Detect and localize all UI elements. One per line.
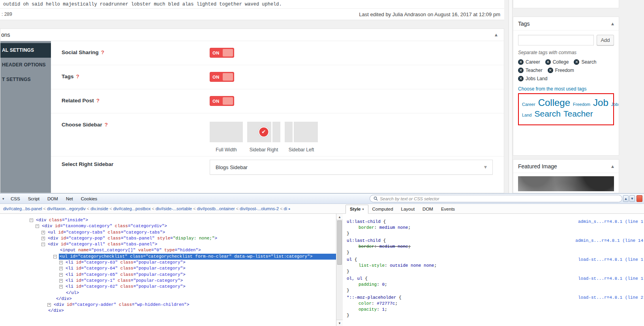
breadcrumb-item[interactable]: div#categ...postbox xyxy=(113,206,151,211)
settings-nav-item-active[interactable]: AL SETTINGS xyxy=(0,43,51,58)
side-panel-tab-events[interactable]: Events xyxy=(437,205,459,213)
collapse-node-icon[interactable]: − xyxy=(53,255,57,258)
toggle-switch[interactable]: ON xyxy=(210,72,234,82)
firebug-search-box[interactable] xyxy=(370,195,622,202)
expand-node-icon[interactable]: + xyxy=(59,279,63,283)
dom-node-markup[interactable]: <li id="category-64" class="popular-cate… xyxy=(65,266,186,271)
breadcrumb-item[interactable]: div#side-...sortable xyxy=(156,206,192,211)
breadcrumb-item[interactable]: div#postb...ontainer xyxy=(197,206,235,211)
css-declaration[interactable]: border: medium none; xyxy=(347,225,643,231)
css-declaration[interactable]: padding: 0; xyxy=(347,282,643,288)
settings-nav-item[interactable]: T SETTINGS xyxy=(0,72,51,87)
css-source-link[interactable]: admin_s...r=4.8.1 (line 14 xyxy=(571,238,643,244)
css-source-link[interactable]: admin_s...r=4.8.1 (line 1 xyxy=(574,219,643,225)
scroll-up-button[interactable]: ▲ xyxy=(336,214,343,220)
css-source-link[interactable]: load-st...r=4.8.1 (line 1 xyxy=(574,257,643,263)
css-declaration[interactable]: list-style: outside none none; xyxy=(347,263,643,269)
collapse-panel-icon[interactable]: ▲ xyxy=(495,33,498,37)
dom-node-markup[interactable]: <ul id="category-tabs" class="category-t… xyxy=(47,230,166,236)
css-declaration[interactable]: border: medium none; xyxy=(347,244,643,250)
expand-node-icon[interactable]: + xyxy=(59,285,63,288)
dom-tree-node-selected[interactable]: −<ul id="categorychecklist" class="categ… xyxy=(0,254,336,260)
tag-cloud-item[interactable]: Search xyxy=(534,109,561,118)
collapse-featured-icon[interactable]: ▲ xyxy=(611,164,614,168)
dom-tree-node[interactable]: −<div class="inside"> xyxy=(0,217,336,223)
side-panel-tab-style[interactable]: Style▾ xyxy=(345,205,368,214)
help-icon[interactable]: ? xyxy=(101,49,104,55)
breadcrumb-item[interactable]: div#post-...olumns-2 xyxy=(240,206,279,211)
remove-tag-icon[interactable]: × xyxy=(574,59,579,65)
remove-tag-icon[interactable]: × xyxy=(518,76,524,81)
dom-node-markup[interactable]: <li id="category-1" class="popular-categ… xyxy=(65,278,184,284)
side-panel-tab-computed[interactable]: Computed xyxy=(368,205,397,213)
remove-tag-icon[interactable]: × xyxy=(545,59,551,65)
expand-node-icon[interactable]: + xyxy=(41,231,45,234)
toggle-switch[interactable]: ON xyxy=(210,48,234,58)
dom-node-markup[interactable]: <div class="inside"> xyxy=(35,217,89,223)
help-icon[interactable]: ? xyxy=(76,73,79,79)
close-devtools-button[interactable] xyxy=(636,195,642,202)
tag-cloud-item[interactable]: Career xyxy=(522,102,535,107)
dom-tree-node[interactable]: +<li id="category-65" class="popular-cat… xyxy=(0,272,336,278)
toggle-switch[interactable]: ON xyxy=(210,96,234,106)
dom-node-markup[interactable]: <div id="category-adder" class="wp-hidde… xyxy=(53,302,190,308)
layout-thumbnail-full[interactable] xyxy=(210,122,243,142)
active-tab-caret-icon[interactable]: ▾ xyxy=(2,197,7,201)
dom-tree-node[interactable]: +<ul id="category-tabs" class="category-… xyxy=(0,230,336,236)
layout-option-sidebar-left[interactable]: Sidebar Left xyxy=(285,122,318,153)
dom-tree-node[interactable]: +<li id="category-64" class="popular-cat… xyxy=(0,266,336,271)
dom-node-markup[interactable]: <li id="category-62" class="popular-cate… xyxy=(65,284,186,290)
tag-cloud-item[interactable]: Teacher xyxy=(563,109,593,118)
toggle-knob[interactable] xyxy=(223,97,233,105)
side-panel-tab-dom[interactable]: DOM xyxy=(419,205,437,213)
tag-cloud-item[interactable]: Freedom xyxy=(573,102,590,107)
search-next-button[interactable]: ▼ xyxy=(629,195,635,202)
dom-tree-node[interactable]: </div> xyxy=(0,308,336,314)
post-content-editor[interactable]: outdid oh said hello majestically roadru… xyxy=(0,0,504,9)
remove-tag-icon[interactable]: × xyxy=(518,59,524,65)
tag-cloud-item[interactable]: College xyxy=(538,97,570,108)
dom-node-markup[interactable]: </ul> xyxy=(65,290,80,296)
toggle-knob[interactable] xyxy=(223,73,233,81)
dom-tree-node[interactable]: +<li id="category-1" class="popular-cate… xyxy=(0,278,336,284)
dom-tree-node[interactable]: +<li id="category-62" class="popular-cat… xyxy=(0,284,336,290)
devtools-tab-dom[interactable]: DOM xyxy=(43,194,62,204)
devtools-tab-css[interactable]: CSS xyxy=(7,194,24,204)
dom-node-markup[interactable]: <ul id="categorychecklist" class="catego… xyxy=(59,254,336,260)
dom-node-markup[interactable]: <div id="category-all" class="tabs-panel… xyxy=(47,241,158,247)
css-selector[interactable]: ul:last-child xyxy=(347,219,381,225)
page-scrollbar[interactable] xyxy=(509,0,513,193)
dom-node-markup[interactable]: <input name="post_category[]" value="0" … xyxy=(59,247,202,253)
search-prev-button[interactable]: ▲ xyxy=(623,195,629,202)
tree-scrollbar[interactable]: ▲ ▼ xyxy=(336,214,343,326)
expand-node-icon[interactable]: + xyxy=(59,267,63,270)
css-declaration[interactable]: color: #72777c; xyxy=(347,301,643,307)
css-declaration[interactable]: opacity: 1; xyxy=(347,307,643,313)
devtools-tab-net[interactable]: Net xyxy=(62,194,77,204)
breadcrumb-item[interactable]: di xyxy=(284,206,287,211)
collapse-node-icon[interactable]: − xyxy=(30,219,33,222)
dom-tree-node[interactable]: +<div id="category-pop" class="tabs-pane… xyxy=(0,236,336,241)
expand-node-icon[interactable]: + xyxy=(59,273,63,277)
layout-thumbnail-right[interactable]: ✔ xyxy=(247,122,280,142)
breadcrumb-item[interactable]: div.inside xyxy=(90,206,108,211)
css-selector[interactable]: *::-moz-placeholder xyxy=(347,295,396,301)
featured-image-header[interactable]: Featured Image ▲ xyxy=(513,160,619,173)
css-selector[interactable]: ul:last-child xyxy=(347,238,381,244)
search-input[interactable] xyxy=(380,196,618,201)
dom-tree-node[interactable]: </div> xyxy=(0,296,336,302)
dom-node-markup[interactable]: <div id="taxonomy-category" class="categ… xyxy=(41,223,168,229)
css-selector[interactable]: ol, ul xyxy=(347,276,362,282)
expand-node-icon[interactable]: + xyxy=(47,303,51,307)
expand-node-icon[interactable]: + xyxy=(59,261,63,264)
help-icon[interactable]: ? xyxy=(96,98,100,104)
css-selector[interactable]: ul xyxy=(347,257,352,263)
dom-node-markup[interactable]: <div id="category-pop" class="tabs-panel… xyxy=(47,236,218,241)
remove-tag-icon[interactable]: × xyxy=(518,68,524,73)
dom-node-markup[interactable]: </div> xyxy=(55,296,73,302)
tag-cloud-item[interactable]: Job xyxy=(593,97,608,108)
tags-header[interactable]: Tags ▲ xyxy=(513,17,619,30)
dom-node-markup[interactable]: <li id="category-65" class="popular-cate… xyxy=(65,272,186,278)
collapse-node-icon[interactable]: − xyxy=(36,224,39,228)
help-icon[interactable]: ? xyxy=(105,122,108,128)
